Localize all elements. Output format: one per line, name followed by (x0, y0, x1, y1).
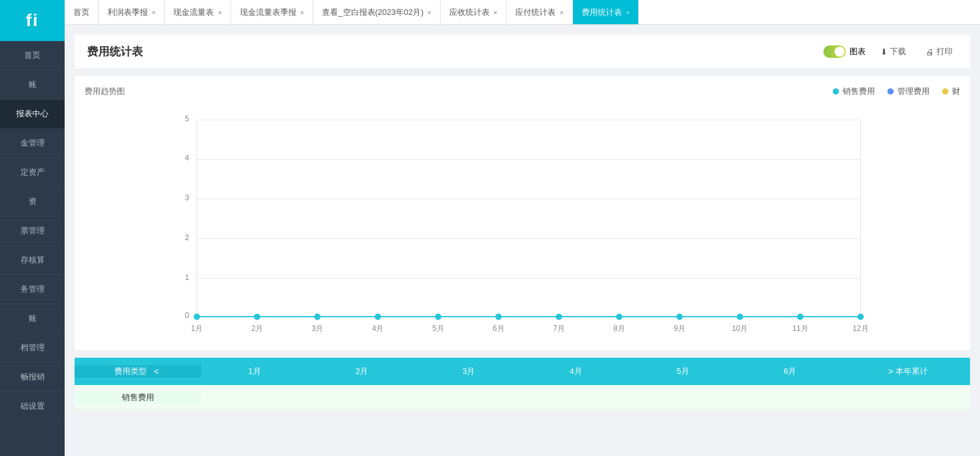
sidebar-item-reports[interactable]: 报表中心 (0, 100, 65, 129)
svg-text:4: 4 (185, 154, 190, 162)
svg-text:4月: 4月 (372, 324, 384, 333)
svg-text:6月: 6月 (493, 324, 505, 333)
chart-card: 费用趋势图 销售费用 管理费用 财 (75, 76, 970, 350)
svg-point-18 (435, 314, 441, 320)
legend-dot-financial (942, 88, 948, 95)
table-header-row: 费用类型 < 1月 2月 3月 4月 5月 (75, 358, 970, 385)
table-row: 销售费用 (75, 385, 970, 410)
svg-text:12月: 12月 (853, 324, 869, 333)
legend-dot-admin (887, 88, 894, 95)
sidebar-item-settings[interactable]: 础设置 (0, 392, 65, 421)
svg-text:2月: 2月 (251, 324, 263, 333)
chart-toggle[interactable] (823, 45, 846, 58)
chart-toggle-wrap: 图表 (823, 45, 866, 58)
sidebar-item-finance[interactable]: 金管理 (0, 129, 65, 158)
svg-text:11月: 11月 (792, 324, 808, 333)
svg-point-19 (495, 314, 501, 320)
sidebar-item-account[interactable]: 账 (0, 70, 65, 100)
svg-text:5: 5 (185, 114, 190, 123)
td-type-sales: 销售费用 (75, 392, 201, 403)
sidebar-item-archive[interactable]: 档管理 (0, 333, 65, 363)
chart-title: 费用趋势图 (85, 86, 125, 97)
download-icon: ⬇ (881, 47, 887, 57)
download-button[interactable]: ⬇ 下载 (876, 44, 911, 60)
svg-point-20 (556, 314, 562, 320)
page-header: 费用统计表 图表 ⬇ 下载 🖨 打印 (75, 35, 970, 68)
tab-bar: 首页 利润表季报 × 现金流量表 × 现金流量表季报 × 查看_空白报表(202… (65, 0, 980, 25)
th-month3: 3月 (415, 366, 522, 377)
tab-receivable[interactable]: 应收统计表 × (441, 0, 506, 24)
th-type-label: 费用类型 (114, 366, 147, 377)
svg-point-25 (858, 314, 864, 320)
sidebar-item-capital[interactable]: 资 (0, 187, 65, 216)
trend-chart: 5 4 3 2 1 0 (85, 102, 960, 338)
svg-text:5月: 5月 (433, 324, 444, 333)
tab-close-blank-report[interactable]: × (428, 9, 431, 16)
svg-text:3月: 3月 (311, 324, 323, 333)
sidebar-item-inventory[interactable]: 存核算 (0, 246, 65, 275)
tab-cashflow[interactable]: 现金流量表 × (165, 0, 231, 24)
svg-text:9月: 9月 (674, 324, 685, 333)
tab-blank-report[interactable]: 查看_空白报表(2023年02月) × (313, 0, 441, 24)
chart-container: 5 4 3 2 1 0 (85, 102, 960, 340)
legend-admin: 管理费用 (887, 86, 930, 97)
legend-label-financial: 财 (952, 86, 960, 97)
sidebar-item-ledger[interactable]: 账 (0, 304, 65, 333)
sidebar-item-service[interactable]: 务管理 (0, 275, 65, 304)
tab-close-payable[interactable]: × (559, 9, 563, 16)
svg-point-24 (797, 314, 804, 320)
svg-text:0: 0 (185, 311, 190, 320)
header-actions: 图表 ⬇ 下载 🖨 打印 (823, 44, 958, 60)
tab-expense[interactable]: 费用统计表 × (573, 0, 639, 24)
svg-text:2: 2 (185, 233, 190, 242)
tab-close-cashflow-quarterly[interactable]: × (300, 9, 304, 16)
chart-header: 费用趋势图 销售费用 管理费用 财 (85, 86, 960, 97)
page-title: 费用统计表 (87, 44, 143, 59)
svg-point-14 (194, 314, 200, 320)
sidebar-item-home[interactable]: 首页 (0, 41, 65, 70)
svg-point-21 (616, 314, 622, 320)
svg-point-17 (375, 314, 381, 320)
svg-text:3: 3 (185, 193, 190, 202)
th-month5: 5月 (630, 366, 736, 377)
sidebar-logo: fi (0, 0, 65, 41)
svg-text:10月: 10月 (732, 324, 748, 333)
svg-text:8月: 8月 (613, 324, 625, 333)
data-table: 费用类型 < 1月 2月 3月 4月 5月 (75, 358, 970, 410)
th-type: 费用类型 < (75, 365, 201, 378)
tab-close-profit-quarterly[interactable]: × (152, 9, 155, 16)
th-month2: 2月 (308, 366, 415, 377)
svg-text:1月: 1月 (191, 324, 203, 333)
tab-close-receivable[interactable]: × (493, 9, 497, 16)
tab-close-expense[interactable]: × (626, 9, 630, 16)
svg-point-22 (676, 314, 682, 320)
svg-point-23 (736, 314, 743, 320)
svg-point-15 (254, 314, 260, 320)
tab-profit-quarterly[interactable]: 利润表季报 × (99, 0, 165, 24)
legend-sales: 销售费用 (833, 86, 875, 97)
th-month6: 6月 (736, 366, 843, 377)
content-area: 费用统计表 图表 ⬇ 下载 🖨 打印 费用趋势图 (65, 25, 980, 456)
tab-cashflow-quarterly[interactable]: 现金流量表季报 × (231, 0, 313, 24)
print-icon: 🖨 (926, 47, 934, 57)
print-button[interactable]: 🖨 打印 (921, 44, 958, 60)
table-nav-prev[interactable]: < (152, 365, 162, 378)
th-nav-next: > 本年累计 (843, 365, 970, 378)
sidebar-item-assets[interactable]: 定资产 (0, 158, 65, 187)
main-area: 首页 利润表季报 × 现金流量表 × 现金流量表季报 × 查看_空白报表(202… (65, 0, 980, 456)
legend-dot-sales (833, 88, 839, 95)
sidebar-item-expense[interactable]: 畅报销 (0, 363, 65, 392)
sidebar: fi 首页 账 报表中心 金管理 定资产 资 票管理 存核算 务管理 账 档管理… (0, 0, 65, 456)
tab-close-cashflow[interactable]: × (218, 9, 221, 16)
th-ytd: 本年累计 (895, 366, 928, 377)
legend-label-admin: 管理费用 (897, 86, 930, 97)
table-nav-next-icon[interactable]: > (886, 365, 895, 378)
tab-payable[interactable]: 应付统计表 × (506, 0, 572, 24)
sidebar-item-invoice[interactable]: 票管理 (0, 216, 65, 246)
tab-home[interactable]: 首页 (65, 0, 99, 24)
svg-text:7月: 7月 (553, 324, 565, 333)
th-month4: 4月 (523, 366, 630, 377)
chart-legend: 销售费用 管理费用 财 (833, 86, 960, 97)
th-month1: 1月 (201, 366, 308, 377)
svg-point-16 (314, 314, 321, 320)
